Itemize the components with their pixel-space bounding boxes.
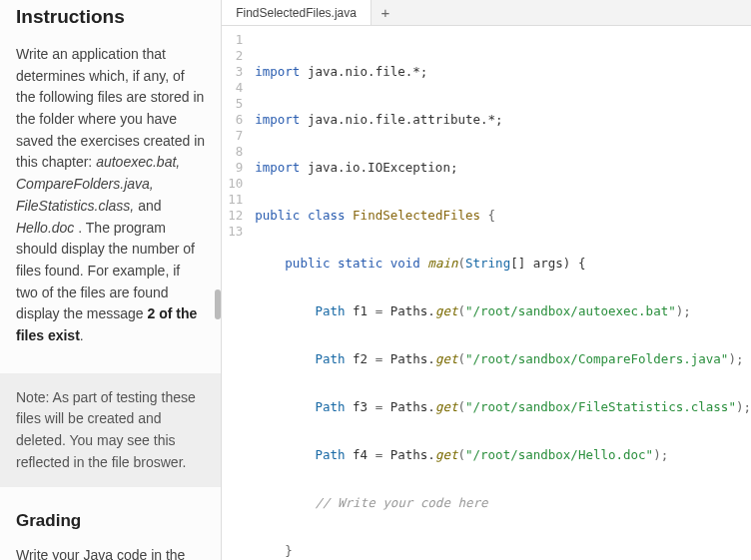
grading-paragraph-1: Write your Java code in the area on the … xyxy=(16,545,205,560)
code-line: import java.nio.file.attribute.*; xyxy=(255,112,751,128)
code-area[interactable]: import java.nio.file.*; import java.nio.… xyxy=(251,26,751,560)
code-editor[interactable]: 1 2 3 4 5 6 7 8 9 10 11 12 13 import jav… xyxy=(222,26,751,560)
editor-panel: FindSelectedFiles.java + 1 2 3 4 5 6 7 8… xyxy=(222,0,751,560)
code-line: Path f4 = Paths.get("/root/sandbox/Hello… xyxy=(255,447,751,463)
code-line: Path f3 = Paths.get("/root/sandbox/FileS… xyxy=(255,399,751,415)
code-line: } xyxy=(255,543,751,559)
code-line: import java.nio.file.*; xyxy=(255,64,751,80)
tab-findselectedfiles[interactable]: FindSelectedFiles.java xyxy=(222,0,372,25)
code-line: Path f1 = Paths.get("/root/sandbox/autoe… xyxy=(255,303,751,319)
grading-heading: Grading xyxy=(16,511,205,531)
new-tab-button[interactable]: + xyxy=(372,0,399,25)
code-line: import java.io.IOException; xyxy=(255,160,751,176)
code-line: // Write your code here xyxy=(255,495,751,511)
code-line: public static void main(String[] args) { xyxy=(255,256,751,272)
note-box: Note: As part of testing these files wil… xyxy=(0,373,221,488)
instructions-paragraph-1: Write an application that determines whi… xyxy=(16,44,205,347)
scrollbar-thumb[interactable] xyxy=(215,289,221,319)
editor-tab-bar: FindSelectedFiles.java + xyxy=(222,0,751,26)
code-line: public class FindSelectedFiles { xyxy=(255,208,751,224)
instructions-panel: Instructions Write an application that d… xyxy=(0,0,222,560)
code-line: Path f2 = Paths.get("/root/sandbox/Compa… xyxy=(255,351,751,367)
file-hello-italic: Hello.doc xyxy=(16,220,74,236)
instructions-heading: Instructions xyxy=(16,6,205,28)
line-number-gutter: 1 2 3 4 5 6 7 8 9 10 11 12 13 xyxy=(222,26,251,560)
